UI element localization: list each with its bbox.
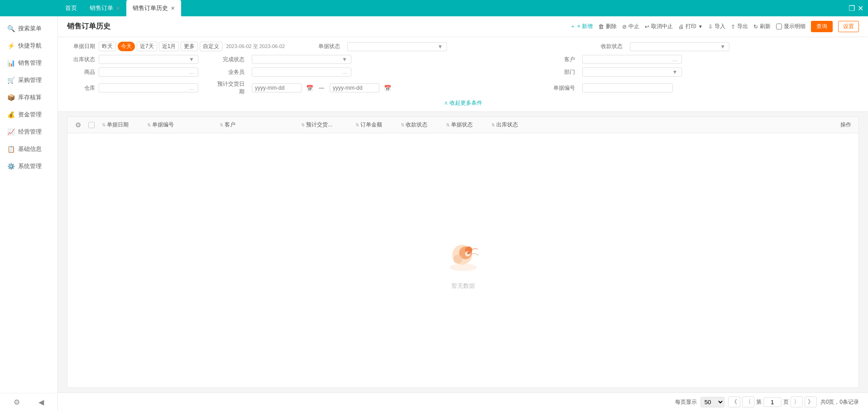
outbound-status-select[interactable]: ▼ (99, 55, 198, 64)
payment-status-select[interactable]: ▼ (630, 42, 729, 51)
tab-close-history[interactable]: ✕ (171, 5, 175, 11)
print-button[interactable]: 🖨 打印 ▼ (678, 23, 703, 30)
order-status-select[interactable]: ▼ (347, 42, 447, 51)
delete-button[interactable]: 🗑 删除 (598, 23, 617, 30)
date-range: 2023-06-02 至 2023-06-02 (226, 43, 285, 50)
warehouse-select[interactable]: … (99, 83, 198, 92)
tab-close-sales-order[interactable]: ✕ (116, 5, 120, 11)
sidebar-item-base-info[interactable]: 📋 基础信息 (0, 140, 58, 158)
display-detail-checkbox[interactable] (776, 24, 782, 29)
sales-mgmt-icon: 📊 (7, 59, 14, 67)
base-info-icon: 📋 (7, 145, 14, 153)
tab-home[interactable]: 首页 (59, 0, 83, 16)
settings-gear-icon[interactable]: ⚙ (75, 121, 81, 129)
payment-status-label: 收款状态 (595, 43, 626, 50)
complete-status-select[interactable]: ▼ (252, 55, 351, 64)
date-filter-btns: 昨天 今天 近7天 近1月 更多 自定义 2023-06-02 至 2023-0… (99, 42, 285, 51)
tab-sales-order[interactable]: 销售订单 ✕ (83, 0, 126, 16)
search-menu-icon: 🔍 (7, 25, 14, 32)
th-no[interactable]: ⇅ 单据编号 (144, 121, 216, 129)
add-button[interactable]: ＋ + 新增 (570, 23, 593, 30)
empty-illustration (441, 231, 486, 276)
sidebar-collapse-icon[interactable]: ◀ (38, 398, 44, 406)
order-status-label: 单据状态 (312, 43, 344, 50)
th-payment-status[interactable]: ⇅ 收款状态 (397, 121, 442, 129)
delivery-date-start-calendar-icon[interactable]: 📅 (306, 85, 313, 92)
refresh-button[interactable]: ↻ 刷新 (753, 23, 771, 30)
th-order-status[interactable]: ⇅ 单据状态 (442, 121, 488, 129)
print-icon: 🖨 (678, 24, 684, 30)
order-no-input[interactable] (582, 83, 673, 92)
th-customer-sort-icon: ⇅ (220, 122, 223, 127)
th-amount[interactable]: ⇅ 订单金额 (352, 121, 397, 129)
customer-select[interactable]: … (582, 55, 682, 64)
outbound-status-arrow-icon: ▼ (189, 56, 194, 63)
th-action: 操作 (533, 121, 855, 129)
settings-button[interactable]: 设置 (838, 21, 859, 32)
th-outbound-status[interactable]: ⇅ 出库状态 (488, 121, 533, 129)
sidebar-item-finance[interactable]: 💰 资金管理 (0, 106, 58, 123)
display-detail-toggle[interactable]: 显示明细 (776, 23, 806, 30)
toolbar: ＋ + 新增 🗑 删除 ⊘ 中止 ↩ 取消中止 🖨 打印 (570, 21, 859, 37)
th-date[interactable]: ⇅ 单据日期 (98, 121, 144, 129)
cancel-stop-button[interactable]: ↩ 取消中止 (645, 23, 673, 30)
window-restore-icon[interactable]: ❐ (849, 4, 855, 13)
date-btn-last7[interactable]: 近7天 (137, 42, 157, 51)
th-delivery-sort-icon: ⇅ (301, 122, 305, 127)
salesperson-label: 业务员 (216, 68, 248, 76)
salesperson-select[interactable]: … (252, 68, 351, 77)
sidebar-item-inventory[interactable]: 📦 库存核算 (0, 89, 58, 106)
page-label-prefix: 第 (756, 398, 762, 406)
customer-dots-icon: … (672, 56, 678, 63)
customer-label: 客户 (547, 56, 579, 63)
svg-point-6 (453, 255, 462, 264)
delivery-date-end-calendar-icon[interactable]: 📅 (384, 85, 391, 92)
sidebar-item-label: 经营管理 (18, 128, 42, 136)
th-customer[interactable]: ⇅ 客户 (216, 121, 297, 129)
date-btn-today[interactable]: 今天 (118, 42, 135, 51)
sidebar-settings-icon[interactable]: ⚙ (14, 398, 20, 406)
sidebar-item-label: 资金管理 (18, 111, 42, 119)
sidebar-item-label: 库存核算 (18, 93, 42, 102)
sidebar-item-quick-nav[interactable]: ⚡ 快捷导航 (0, 37, 58, 54)
th-delivery[interactable]: ⇅ 预计交货... (297, 121, 352, 129)
goods-select[interactable]: … (99, 68, 198, 77)
stop-button[interactable]: ⊘ 中止 (622, 23, 639, 30)
last-page-button[interactable]: 》 (805, 396, 817, 407)
select-all-checkbox[interactable] (88, 122, 95, 128)
th-status-sort-icon: ⇅ (446, 122, 450, 127)
goods-dots-icon: … (189, 69, 194, 75)
sidebar-item-label: 基础信息 (18, 145, 42, 153)
delivery-date-end-input[interactable] (330, 83, 379, 92)
search-button[interactable]: 查询 (811, 21, 833, 32)
next-page-button[interactable]: 〉 (791, 396, 803, 407)
sidebar-item-operations[interactable]: 📈 经营管理 (0, 123, 58, 140)
collapse-button[interactable]: ∧ 收起更多条件 (67, 99, 859, 107)
date-btn-custom[interactable]: 自定义 (200, 42, 222, 51)
tab-sales-order-history[interactable]: 销售订单历史 ✕ (126, 0, 181, 16)
window-close-icon[interactable]: ✕ (858, 4, 863, 13)
date-btn-more[interactable]: 更多 (181, 42, 198, 51)
th-settings[interactable]: ⚙ (71, 121, 85, 129)
delivery-date-start-input[interactable] (252, 83, 302, 92)
first-page-button[interactable]: 《 (728, 396, 740, 407)
dept-arrow-icon: ▼ (672, 69, 678, 75)
dept-select[interactable]: ▼ (582, 68, 682, 77)
sidebar-item-system[interactable]: ⚙️ 系统管理 (0, 158, 58, 175)
complete-status-arrow-icon: ▼ (342, 56, 347, 63)
sidebar-item-search-menu[interactable]: 🔍 搜索菜单 (0, 20, 58, 37)
th-no-sort-icon: ⇅ (147, 122, 151, 127)
export-button[interactable]: ⇧ 导出 (731, 23, 748, 30)
sidebar-item-label: 采购管理 (18, 76, 42, 84)
th-payment-sort-icon: ⇅ (401, 122, 404, 127)
date-btn-yesterday[interactable]: 昨天 (99, 42, 116, 51)
prev-page-button[interactable]: 〈 (742, 396, 754, 407)
footer: 每页显示 50 10 20 100 《 〈 第 页 〉 》 共0页，0条记录 (58, 392, 868, 411)
date-btn-last1m[interactable]: 近1月 (159, 42, 179, 51)
th-checkbox[interactable] (85, 122, 98, 128)
import-button[interactable]: ⇩ 导入 (708, 23, 725, 30)
sidebar-item-sales-mgmt[interactable]: 📊 销售管理 (0, 54, 58, 72)
per-page-select[interactable]: 50 10 20 100 (700, 397, 724, 407)
page-number-input[interactable] (763, 397, 782, 407)
sidebar-item-purchase-mgmt[interactable]: 🛒 采购管理 (0, 72, 58, 89)
